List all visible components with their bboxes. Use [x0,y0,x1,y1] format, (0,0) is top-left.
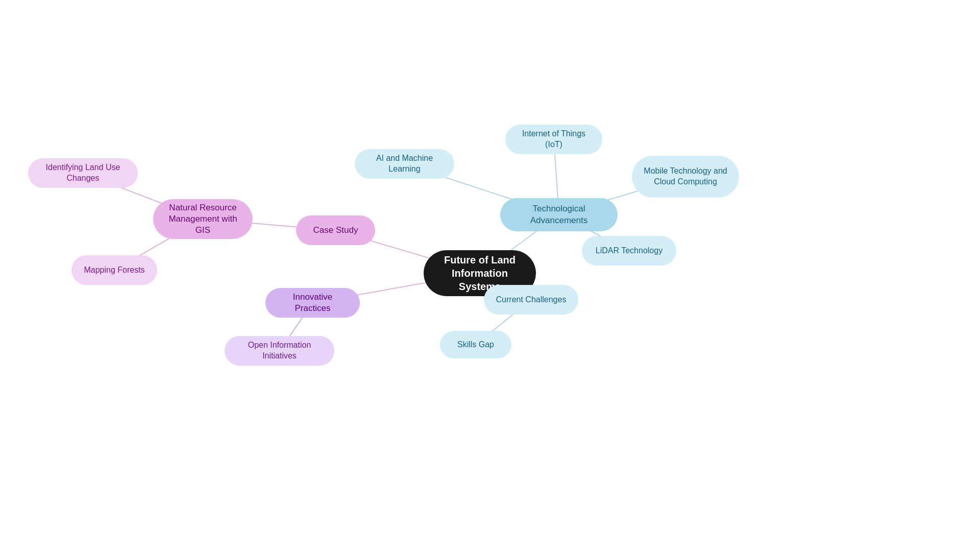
mapping-forests-label: Mapping Forests [84,265,144,276]
open-information-label: Open Information Initiatives [236,340,323,362]
skills-gap-label: Skills Gap [457,340,494,350]
lidar-node[interactable]: LiDAR Technology [582,236,676,266]
innovative-practices-label: Innovative Practices [277,292,349,314]
open-information-node[interactable]: Open Information Initiatives [225,336,334,366]
ai-machine-learning-node[interactable]: AI and Machine Learning [355,149,454,179]
mapping-forests-node[interactable]: Mapping Forests [71,255,157,285]
current-challenges-label: Current Challenges [496,295,567,305]
mobile-technology-node[interactable]: Mobile Technology and Cloud Computing [632,156,739,198]
mobile-tech-label: Mobile Technology and Cloud Computing [643,166,728,187]
case-study-node[interactable]: Case Study [296,215,375,245]
technological-advancements-node[interactable]: Technological Advancements [500,198,618,231]
iot-label: Internet of Things (IoT) [517,129,591,150]
natural-resource-label: Natural Resource Management with GIS [164,202,241,236]
iot-node[interactable]: Internet of Things (IoT) [505,125,602,154]
natural-resource-node[interactable]: Natural Resource Management with GIS [153,199,253,239]
tech-adv-label: Technological Advancements [511,203,606,226]
skills-gap-node[interactable]: Skills Gap [440,331,511,358]
identifying-node[interactable]: Identifying Land Use Changes [28,158,138,188]
innovative-practices-node[interactable]: Innovative Practices [265,288,360,318]
identifying-label: Identifying Land Use Changes [39,162,127,184]
ai-ml-label: AI and Machine Learning [366,153,443,175]
lidar-label: LiDAR Technology [596,246,663,256]
current-challenges-node[interactable]: Current Challenges [484,285,578,315]
case-study-label: Case Study [313,225,358,236]
